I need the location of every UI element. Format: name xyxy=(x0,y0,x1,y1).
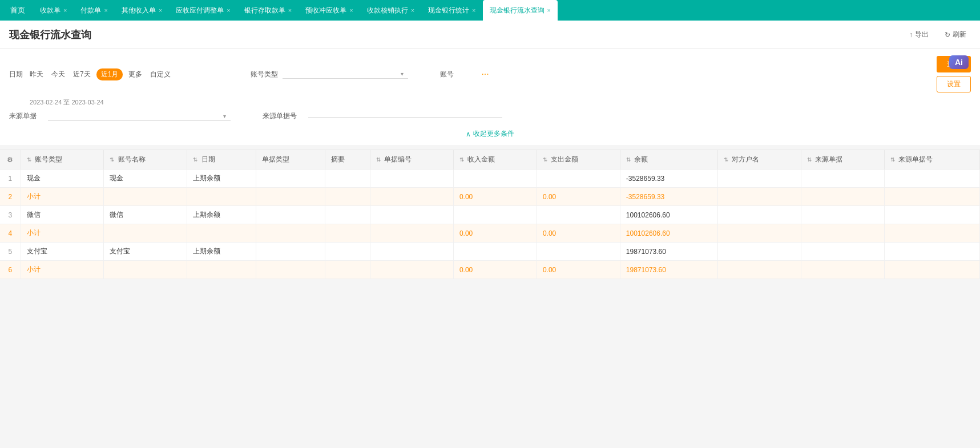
nav-tab-2[interactable]: 其他收入单 × xyxy=(115,0,169,21)
sort-icon: ⇅ xyxy=(110,156,114,163)
table-row[interactable]: 4小计0.000.00100102606.60 xyxy=(0,224,980,243)
cell-income: 0.00 xyxy=(453,224,537,243)
col-gear[interactable]: ⚙ xyxy=(0,150,21,169)
date-shortcuts: 昨天 今天 近7天 近1月 更多 自定义 xyxy=(27,68,173,80)
cell-doc-no xyxy=(370,243,453,261)
refresh-button[interactable]: ↻ 刷新 xyxy=(940,27,971,42)
close-tab-8-icon[interactable]: × xyxy=(547,7,551,14)
cell-income: 0.00 xyxy=(453,188,537,206)
col-summary: 摘要 xyxy=(325,150,370,169)
date-label: 日期 xyxy=(9,70,23,79)
cell-expense: 0.00 xyxy=(537,224,620,243)
close-tab-3-icon[interactable]: × xyxy=(227,7,230,14)
cell-income xyxy=(453,206,537,224)
cell-date: 上期余额 xyxy=(187,206,256,224)
settings-button[interactable]: 设置 xyxy=(937,76,971,92)
col-source-doc-no[interactable]: ⇅ 来源单据号 xyxy=(884,150,979,169)
cell-doc-no xyxy=(370,169,453,188)
date-more[interactable]: 更多 xyxy=(126,68,144,80)
table-row[interactable]: 5支付宝支付宝上期余额19871073.60 xyxy=(0,243,980,261)
nav-tab-8[interactable]: 现金银行流水查询 × xyxy=(483,0,558,21)
col-source-doc[interactable]: ⇅ 来源单据 xyxy=(801,150,885,169)
cell-counterpart xyxy=(718,224,801,243)
col-doc-no[interactable]: ⇅ 单据编号 xyxy=(370,150,453,169)
row-num: 5 xyxy=(0,243,21,261)
cell-date xyxy=(187,261,256,279)
cell-expense xyxy=(537,206,620,224)
table-row[interactable]: 3微信微信上期余额100102606.60 xyxy=(0,206,980,224)
nav-tab-6[interactable]: 收款核销执行 × xyxy=(360,0,421,21)
cell-account-type: 小计 xyxy=(21,224,104,243)
sort-icon: ⇅ xyxy=(27,156,31,163)
cell-date xyxy=(187,224,256,243)
cell-account-type: 小计 xyxy=(21,188,104,206)
source-doc-group: 来源单据 ▾ xyxy=(9,111,231,121)
nav-tab-0[interactable]: 收款单 × xyxy=(33,0,74,21)
account-type-filter-group: 账号类型 ▾ xyxy=(251,70,408,79)
nav-tab-7[interactable]: 现金银行统计 × xyxy=(421,0,482,21)
cell-income xyxy=(453,243,537,261)
row-num: 6 xyxy=(0,261,21,279)
cell-expense xyxy=(537,169,620,188)
cell-summary xyxy=(325,206,370,224)
ai-assistant-badge[interactable]: Ai xyxy=(949,55,969,69)
nav-tab-5[interactable]: 预收冲应收单 × xyxy=(299,0,360,21)
sort-icon: ⇅ xyxy=(626,156,631,163)
date-7days[interactable]: 近7天 xyxy=(71,68,93,80)
date-1month[interactable]: 近1月 xyxy=(96,68,123,80)
col-doc-type: 单据类型 xyxy=(256,150,325,169)
close-tab-0-icon[interactable]: × xyxy=(63,7,67,14)
col-counterpart[interactable]: ⇅ 对方户名 xyxy=(718,150,801,169)
cell-account-name: 微信 xyxy=(104,206,187,224)
cell-source-doc xyxy=(801,243,885,261)
table-row[interactable]: 2小计0.000.00-3528659.33 xyxy=(0,188,980,206)
date-custom[interactable]: 自定义 xyxy=(148,68,173,80)
close-tab-2-icon[interactable]: × xyxy=(159,7,162,14)
source-doc-no-input[interactable] xyxy=(308,115,502,118)
cell-account-name xyxy=(104,188,187,206)
cell-counterpart xyxy=(718,188,801,206)
nav-tab-3[interactable]: 应收应付调整单 × xyxy=(169,0,237,21)
sort-icon: ⇅ xyxy=(890,156,895,163)
col-account-type[interactable]: ⇅ 账号类型 xyxy=(21,150,104,169)
sort-icon: ⇅ xyxy=(193,156,197,163)
source-doc-select[interactable]: ▾ xyxy=(48,112,231,121)
cell-source-doc-no xyxy=(884,188,979,206)
col-expense[interactable]: ⇅ 支出金额 xyxy=(537,150,620,169)
cell-doc-type xyxy=(256,206,325,224)
account-dots[interactable]: ··· xyxy=(481,69,489,79)
sort-icon: ⇅ xyxy=(807,156,812,163)
source-doc-label: 来源单据 xyxy=(9,111,37,121)
date-yesterday[interactable]: 昨天 xyxy=(27,68,46,80)
filter-area: 日期 昨天 今天 近7天 近1月 更多 自定义 账号类型 ▾ 账号 ··· xyxy=(0,49,980,146)
cell-expense: 0.00 xyxy=(537,188,620,206)
table-row[interactable]: 6小计0.000.0019871073.60 xyxy=(0,261,980,279)
cell-doc-type xyxy=(256,243,325,261)
close-tab-7-icon[interactable]: × xyxy=(472,7,475,14)
col-date[interactable]: ⇅ 日期 xyxy=(187,150,256,169)
close-tab-5-icon[interactable]: × xyxy=(349,7,353,14)
nav-tab-4[interactable]: 银行存取款单 × xyxy=(237,0,299,21)
close-tab-1-icon[interactable]: × xyxy=(104,7,107,14)
export-button[interactable]: ↑ 导出 xyxy=(905,27,933,42)
date-today[interactable]: 今天 xyxy=(49,68,67,80)
col-balance[interactable]: ⇅ 余额 xyxy=(620,150,717,169)
cell-counterpart xyxy=(718,243,801,261)
account-type-select[interactable]: ▾ xyxy=(283,70,408,79)
col-account-name[interactable]: ⇅ 账号名称 xyxy=(104,150,187,169)
cell-source-doc-no xyxy=(884,243,979,261)
table-body: 1现金现金上期余额-3528659.332小计0.000.00-3528659.… xyxy=(0,169,980,279)
cell-source-doc xyxy=(801,206,885,224)
collapse-bar[interactable]: ∧ 收起更多条件 xyxy=(9,127,971,139)
account-type-dropdown-icon: ▾ xyxy=(401,71,404,77)
close-tab-4-icon[interactable]: × xyxy=(288,7,292,14)
filter-row-1: 日期 昨天 今天 近7天 近1月 更多 自定义 账号类型 ▾ 账号 ··· xyxy=(9,56,971,92)
col-income[interactable]: ⇅ 收入金额 xyxy=(453,150,537,169)
cell-summary xyxy=(325,188,370,206)
nav-tab-1[interactable]: 付款单 × xyxy=(74,0,114,21)
close-tab-6-icon[interactable]: × xyxy=(411,7,414,14)
table-row[interactable]: 1现金现金上期余额-3528659.33 xyxy=(0,169,980,188)
cell-doc-no xyxy=(370,224,453,243)
nav-home[interactable]: 首页 xyxy=(2,0,33,21)
cell-account-name xyxy=(104,224,187,243)
